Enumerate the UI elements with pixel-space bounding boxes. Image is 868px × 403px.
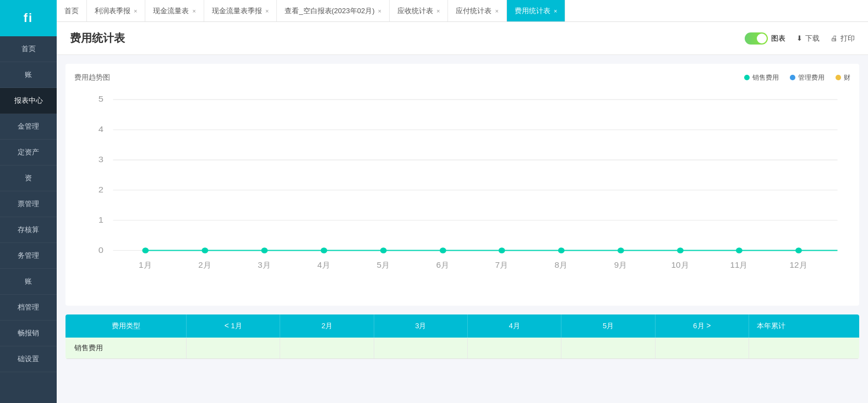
sidebar-item-service[interactable]: 务管理 (0, 243, 57, 269)
svg-text:3: 3 (99, 155, 103, 164)
td-sales-feb (280, 338, 374, 358)
sidebar-item-assets[interactable]: 定资产 (0, 140, 57, 165)
svg-text:0: 0 (99, 246, 103, 255)
print-label: 打印 (840, 34, 855, 43)
legend-sales-label: 销售费用 (752, 73, 779, 82)
svg-text:3月: 3月 (258, 261, 271, 269)
page-header: 费用统计表 图表 ⬇ 下载 🖨 打印 (57, 22, 868, 55)
tab-expense[interactable]: 费用统计表 × (507, 0, 565, 22)
page-title: 费用统计表 (70, 31, 125, 46)
svg-point-19 (558, 247, 565, 253)
svg-point-20 (618, 247, 624, 253)
svg-point-15 (321, 247, 327, 253)
tab-cashflow[interactable]: 现金流量表 × (145, 0, 204, 22)
download-button[interactable]: ⬇ 下载 (796, 34, 820, 43)
tab-home[interactable]: 首页 (57, 0, 87, 22)
close-tab-cashflow[interactable]: × (192, 8, 195, 14)
next-months-button[interactable]: > (706, 321, 711, 330)
svg-text:9月: 9月 (614, 261, 627, 269)
svg-text:11月: 11月 (730, 261, 749, 269)
svg-text:2月: 2月 (198, 261, 211, 269)
prev-months-button[interactable]: < (225, 321, 229, 330)
th-col4: 4月 (468, 314, 561, 338)
svg-point-12 (142, 247, 149, 253)
legend-finance-dot (836, 75, 841, 80)
svg-text:5月: 5月 (377, 261, 390, 269)
tab-receivable[interactable]: 应收统计表 × (390, 0, 448, 22)
svg-point-22 (736, 247, 743, 253)
legend-admin-dot (790, 75, 795, 80)
sidebar-item-investment[interactable]: 资 (0, 165, 57, 191)
sidebar-item-home[interactable]: 首页 (0, 36, 57, 62)
tab-payable[interactable]: 应付统计表 × (448, 0, 506, 22)
chart-header: 费用趋势图 销售费用 管理费用 财 (74, 73, 850, 82)
close-tab-blank-report[interactable]: × (378, 8, 381, 14)
close-tab-expense[interactable]: × (554, 8, 557, 14)
sidebar-item-settings[interactable]: 础设置 (0, 346, 57, 372)
th-year-total: 本年累计 (749, 314, 793, 338)
svg-text:12月: 12月 (790, 261, 808, 269)
legend-sales-dot (744, 75, 750, 80)
svg-text:5: 5 (99, 95, 103, 103)
close-tab-payable[interactable]: × (495, 8, 498, 14)
legend-finance-label: 财 (844, 73, 850, 82)
print-button[interactable]: 🖨 打印 (831, 34, 855, 43)
td-sales-total (749, 338, 793, 358)
sidebar-item-expense[interactable]: 畅报销 (0, 321, 57, 346)
close-tab-cashflow-quarterly[interactable]: × (265, 8, 269, 14)
th-type: 费用类型 (65, 314, 187, 338)
legend-sales: 销售费用 (744, 73, 779, 82)
th-col3: 3月 (374, 314, 468, 338)
sidebar-item-ledger[interactable]: 账 (0, 269, 57, 295)
legend-admin: 管理费用 (790, 73, 825, 82)
chart-svg: 5 4 3 2 1 0 (74, 88, 850, 297)
th-col1: < 1月 (187, 314, 280, 338)
svg-text:6月: 6月 (436, 261, 450, 269)
svg-text:2: 2 (99, 185, 103, 194)
th-col6: 6月 > (656, 314, 749, 338)
th-col5: 5月 (561, 314, 655, 338)
sidebar-item-inventory[interactable]: 存核算 (0, 217, 57, 243)
chart-legend: 销售费用 管理费用 财 (744, 73, 850, 82)
svg-text:8月: 8月 (555, 261, 568, 269)
tab-profit-quarterly[interactable]: 利润表季报 × (87, 0, 145, 22)
legend-finance: 财 (836, 73, 850, 82)
svg-text:4月: 4月 (317, 261, 330, 269)
chart-section: 费用趋势图 销售费用 管理费用 财 (65, 64, 859, 306)
td-sales-may (561, 338, 655, 358)
legend-admin-label: 管理费用 (798, 73, 825, 82)
th-col1-label: 1月 (231, 322, 242, 330)
chart-toggle[interactable] (745, 32, 768, 45)
sidebar-item-invoice[interactable]: 票管理 (0, 191, 57, 217)
svg-point-14 (261, 247, 268, 253)
close-tab-profit-quarterly[interactable]: × (134, 8, 137, 14)
print-icon: 🖨 (831, 34, 838, 42)
table-row-sales: 销售费用 (65, 338, 859, 359)
svg-text:10月: 10月 (672, 261, 690, 269)
tab-blank-report[interactable]: 查看_空白报表(2023年02月) × (277, 0, 390, 22)
chart-container: 5 4 3 2 1 0 (74, 88, 850, 297)
header-actions: 图表 ⬇ 下载 🖨 打印 (745, 32, 855, 45)
svg-point-21 (677, 247, 684, 253)
svg-text:4: 4 (99, 125, 103, 134)
sidebar-item-archive[interactable]: 档管理 (0, 295, 57, 321)
data-table-section: 费用类型 < 1月 2月 3月 4月 5月 6月 > 本年累计 销售费用 (65, 314, 859, 359)
svg-text:7月: 7月 (495, 261, 509, 269)
close-tab-receivable[interactable]: × (436, 8, 440, 14)
sidebar: fi 首页 账 报表中心 金管理 定资产 资 票管理 存核算 务管理 账 档管理… (0, 0, 57, 403)
main-area: 首页 利润表季报 × 现金流量表 × 现金流量表季报 × 查看_空白报表(202… (57, 0, 868, 403)
sidebar-item-reports[interactable]: 报表中心 (0, 88, 57, 114)
svg-point-17 (440, 247, 446, 253)
svg-point-23 (795, 247, 802, 253)
tab-cashflow-quarterly[interactable]: 现金流量表季报 × (204, 0, 277, 22)
td-sales-apr (468, 338, 561, 358)
sidebar-item-cash[interactable]: 金管理 (0, 114, 57, 140)
tab-bar: 首页 利润表季报 × 现金流量表 × 现金流量表季报 × 查看_空白报表(202… (57, 0, 868, 22)
svg-text:1: 1 (99, 216, 103, 224)
sidebar-item-account[interactable]: 账 (0, 62, 57, 88)
th-col2: 2月 (280, 314, 374, 338)
table-header: 费用类型 < 1月 2月 3月 4月 5月 6月 > 本年累计 (65, 314, 859, 338)
td-sales-label: 销售费用 (65, 338, 187, 358)
svg-point-18 (499, 247, 505, 253)
chart-toggle-wrap: 图表 (745, 32, 785, 45)
